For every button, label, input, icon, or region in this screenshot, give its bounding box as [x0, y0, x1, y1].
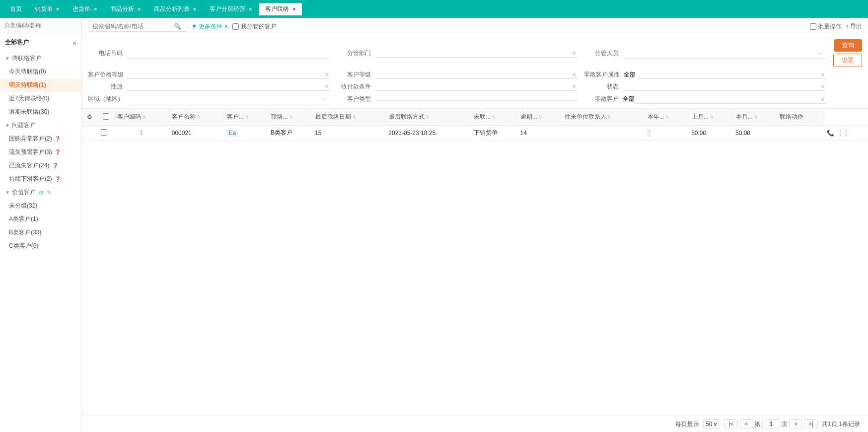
- filter-retail-cust: 零散客户 全部 ∨: [584, 95, 826, 104]
- nav-customer-segment-label: 客户分层经营: [210, 5, 245, 13]
- col-overdue-sort[interactable]: ⇅: [538, 114, 542, 120]
- action-more-icon[interactable]: ⋮⋮: [837, 130, 849, 137]
- sidebar-declining[interactable]: 持续下滑客户(2) ❓: [0, 172, 81, 186]
- sidebar-churn-warning[interactable]: 流失预警客户(3) ❓: [0, 145, 81, 159]
- col-check[interactable]: [98, 109, 114, 126]
- sidebar-value-label: 价值客户: [12, 188, 36, 197]
- sidebar-overdue-pending[interactable]: 逾期未联络(30): [0, 105, 81, 119]
- col-last-method-sort[interactable]: ⇅: [426, 114, 430, 120]
- filter-dept: 分管部门 ∨: [336, 49, 579, 58]
- filter-phone-input[interactable]: [127, 48, 330, 59]
- filter-retail-cust-select[interactable]: ∨: [637, 95, 826, 104]
- col-this-year-sort[interactable]: ⇅: [665, 114, 669, 120]
- col-last-date-sort[interactable]: ⇅: [352, 114, 356, 120]
- sidebar-class-c[interactable]: C类客户(6): [0, 239, 81, 253]
- nav-home[interactable]: 首页: [4, 3, 28, 15]
- prev-page-btn[interactable]: <: [740, 419, 752, 429]
- sidebar-today-pending[interactable]: 今天待联络(0): [0, 65, 81, 78]
- filter-person-dots[interactable]: ···: [815, 50, 824, 57]
- row-check: [98, 126, 114, 141]
- row-last-method-value[interactable]: 下销货单: [474, 129, 498, 136]
- sidebar-repurchase-abnormal[interactable]: 回购异常客户(2) ❓: [0, 132, 81, 145]
- col-gear[interactable]: ⚙: [82, 109, 98, 126]
- filter-cust-type-select[interactable]: [375, 97, 579, 101]
- per-page-select[interactable]: 50 ∨: [703, 419, 720, 429]
- row-name[interactable]: Ea: [223, 126, 268, 141]
- advanced-filter-panel: 电话号码 分管部门 ∨ 分管人员 ··· 查询 设置: [82, 35, 868, 109]
- nav-product-analysis-close[interactable]: ✕: [137, 6, 141, 12]
- action-phone-icon[interactable]: 📞: [827, 130, 834, 137]
- select-all-checkbox[interactable]: [103, 113, 109, 120]
- col-type-sort[interactable]: ⇅: [245, 114, 249, 120]
- col-last-month-sort[interactable]: ⇅: [710, 114, 714, 120]
- filter-person-select[interactable]: ···: [623, 48, 826, 59]
- sidebar-value-refresh-icon[interactable]: ↺: [39, 189, 44, 196]
- nav-product-list-close[interactable]: ✕: [193, 6, 197, 12]
- filter-price-level-select[interactable]: ∨: [128, 70, 330, 79]
- export-btn[interactable]: ↑ 导出: [846, 22, 862, 31]
- nav-purchase[interactable]: 进货单 ✕: [67, 3, 103, 15]
- page-input[interactable]: [762, 419, 780, 429]
- query-btn[interactable]: 查询: [834, 39, 862, 52]
- filter-search-icon[interactable]: 🔍: [174, 23, 181, 30]
- filter-retail-attr-label: 零散客户属性: [584, 71, 620, 79]
- nav-customer-segment-close[interactable]: ✕: [248, 6, 252, 12]
- row-actions: 📞 ⋮⋮: [827, 130, 865, 137]
- nav-sales[interactable]: 销货单 ✕: [29, 3, 66, 15]
- filter-region-select[interactable]: ···: [128, 94, 330, 104]
- batch-op-checkbox[interactable]: [810, 23, 816, 30]
- sidebar-tomorrow-pending[interactable]: 明天待联络(1): [0, 78, 81, 92]
- sidebar-search-input[interactable]: [4, 22, 78, 29]
- my-customers-checkbox[interactable]: [232, 23, 239, 30]
- nav-customer-contact[interactable]: 客户联络 ✕: [259, 3, 302, 15]
- filter-status-select[interactable]: ∨: [623, 82, 826, 91]
- nav-purchase-close[interactable]: ✕: [93, 6, 97, 12]
- col-contact-person-sort[interactable]: ⇅: [607, 114, 611, 120]
- per-page-arrow: ∨: [713, 421, 718, 428]
- col-name-sort[interactable]: ⇅: [197, 114, 201, 120]
- my-customers-toggle[interactable]: 我分管的客户: [232, 22, 277, 31]
- col-last-month: 上月...⇅: [688, 109, 732, 126]
- col-uncontact-sort[interactable]: ⇅: [492, 114, 496, 120]
- sidebar-week-pending[interactable]: 近7天待联络(0): [0, 92, 81, 105]
- sidebar-value-group[interactable]: ▼ 价值客户 ↺ ✎: [0, 186, 81, 199]
- sidebar-ungrouped[interactable]: 未分组(32): [0, 199, 81, 213]
- filter-cust-level-select[interactable]: ∨: [375, 70, 579, 79]
- col-contact-count-sort[interactable]: ⇅: [289, 114, 293, 120]
- nav-product-list[interactable]: 商品分析列表 ✕: [148, 3, 203, 15]
- row-last-method[interactable]: 下销货单: [471, 126, 517, 141]
- last-page-btn[interactable]: >|: [804, 419, 818, 429]
- row-checkbox[interactable]: [101, 129, 107, 136]
- more-conditions-btn[interactable]: ▼ 更多条件 ∧: [191, 22, 228, 31]
- batch-op-btn[interactable]: 批量操作: [810, 22, 842, 31]
- nav-sales-close[interactable]: ✕: [56, 6, 60, 12]
- filter-search-input[interactable]: [92, 23, 172, 30]
- sidebar-all-customers[interactable]: 全部客户 «: [0, 35, 81, 50]
- filter-retail-attr-select[interactable]: ∨: [638, 70, 826, 79]
- next-page-btn[interactable]: >: [790, 419, 802, 429]
- first-page-btn[interactable]: |<: [724, 419, 738, 429]
- col-this-month-sort[interactable]: ⇅: [754, 114, 758, 120]
- sidebar-declining-help-icon: ❓: [55, 176, 61, 182]
- sidebar-problem-group[interactable]: ▼ 问题客户: [0, 119, 81, 132]
- nav-product-analysis[interactable]: 商品分析 ✕: [104, 3, 147, 15]
- filter-cust-level-label: 客户等级: [336, 71, 371, 79]
- filter-row-1: 电话号码 分管部门 ∨ 分管人员 ··· 查询 设置: [88, 39, 862, 67]
- filter-region-dots[interactable]: ···: [319, 95, 328, 102]
- sidebar-class-b[interactable]: B类客户(33): [0, 226, 81, 239]
- sidebar-value-edit-icon[interactable]: ✎: [47, 189, 52, 196]
- col-code-sort[interactable]: ⇅: [142, 114, 146, 120]
- main-layout: 🔍 全部客户 « ▼ 待联络客户 今天待联络(0) 明天待联络(1) 近7天待联…: [0, 18, 868, 432]
- sidebar-churned[interactable]: 已流失客户(24) ❓: [0, 159, 81, 172]
- sidebar-class-c-label: C类客户(6): [9, 242, 38, 249]
- nav-customer-contact-close[interactable]: ✕: [292, 6, 296, 12]
- nav-customer-segment[interactable]: 客户分层经营 ✕: [204, 3, 258, 15]
- nav-purchase-label: 进货单: [72, 5, 90, 13]
- settings-btn[interactable]: 设置: [833, 54, 862, 67]
- col-this-year: 本年...⇅: [644, 109, 688, 126]
- filter-payment-select[interactable]: ∨: [375, 82, 579, 91]
- filter-dept-select[interactable]: ∨: [375, 49, 579, 58]
- sidebar-class-a[interactable]: A类客户(1): [0, 213, 81, 226]
- sidebar-pending-group[interactable]: ▼ 待联络客户: [0, 52, 81, 65]
- filter-nature-select[interactable]: ∨: [127, 82, 330, 91]
